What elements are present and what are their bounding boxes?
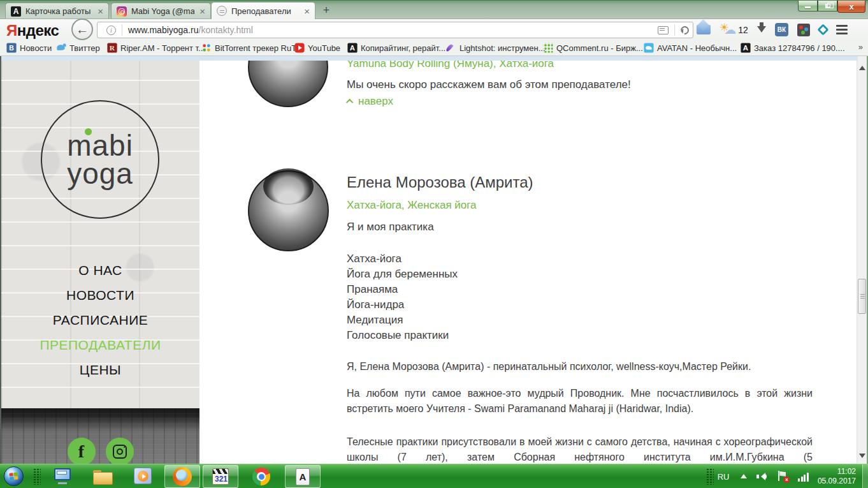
list-item: Йога для беременных [347,267,458,282]
network-signal-icon[interactable] [798,472,809,482]
social-links: f [1,438,199,464]
close-icon[interactable]: × [198,6,206,16]
mail-icon[interactable] [697,25,711,34]
window-controls: x [798,1,865,13]
address-bar[interactable]: i www.mabiyoga.ru/kontakty.html [97,22,693,38]
language-indicator[interactable]: RU [718,472,730,482]
tab-title: Карточка работы #20097636 [25,6,92,16]
bookmark-avatan[interactable]: AVATAN - Необычн... [644,42,737,54]
bookmark-zakaz[interactable]: A Заказ 12784796 / 190.... [741,42,845,54]
teacher-intro: Я и моя практика [347,221,434,233]
teacher-specialties[interactable]: Хатха-йога, Женская йога [347,199,477,212]
bookmark-qcomment[interactable]: QComment.ru - Бирж... [543,42,643,54]
back-button[interactable]: ← [71,18,93,40]
list-item: Хатха-йога [347,251,458,267]
tab-prepodavateli-active[interactable]: Преподаватели × [211,2,315,19]
practices-list: Хатха-йога Йога для беременных Пранаяма … [347,251,458,343]
bookmarks-overflow-chevron[interactable]: » [858,42,863,52]
scroll-down-arrow[interactable] [859,454,865,461]
advego-icon: A [347,43,357,52]
taskbar: 321 A RU x 11:02 05.09.2017 [0,464,868,488]
url-text[interactable]: www.mabiyoga.ru/kontakty.html [128,25,253,35]
tab-advego-work-card[interactable]: A Карточка работы #20097636 × [5,3,109,19]
start-button[interactable] [4,466,24,486]
close-icon[interactable]: × [96,6,105,16]
taskbar-separator [33,468,41,485]
list-item: Пранаяма [347,282,458,297]
facebook-button[interactable]: f [68,438,96,464]
browser-toolbar: Яндекс ← i www.mabiyoga.ru/kontakty.html… [0,18,868,40]
close-icon[interactable]: × [303,6,311,16]
teacher-name: Елена Морозова (Амрита) [347,174,533,191]
restore-button[interactable] [818,1,837,11]
sidebar: mabi yoga О НАС НОВОСТИ РАСПИСАНИЕ ПРЕПО… [1,56,199,464]
bookmark-novosti[interactable]: В Новости [6,42,52,54]
avatan-icon [644,43,653,52]
sidebar-item-o-nas[interactable]: О НАС [1,258,199,283]
advego-icon: A [11,6,21,17]
volume-icon[interactable] [756,471,768,482]
tab-instagram-mabi-yoga[interactable]: Mabi Yoga (@mabi.yoga) • Ф × [111,3,211,19]
sun-icon: ☀ [720,21,729,34]
teacher-note: Мы очень скоро расскажем вам об этом пре… [347,78,631,91]
scrollbar-thumb[interactable] [858,279,866,314]
sidebar-nav: О НАС НОВОСТИ РАСПИСАНИЕ ПРЕПОДАВАТЕЛИ Ц… [1,258,199,382]
bookmark-riper[interactable]: R Riper.AM - Торрент т... [107,42,205,54]
logo-green-dot [85,128,92,135]
sidebar-item-prepodavateli[interactable]: ПРЕПОДАВАТЕЛИ [1,332,199,357]
clock[interactable]: 11:02 05.09.2017 [818,467,856,486]
new-tab-button[interactable]: + [319,4,334,18]
instagram-icon [113,445,127,459]
windows-logo-icon [9,472,18,480]
bookmark-bittorrent[interactable]: BitTorrent трекер RuT... [201,42,303,54]
teal-diamond-icon[interactable] [817,24,828,35]
bookmark-kopirajting[interactable]: A Копирайтинг, рерайт... [347,42,445,54]
tab-title: Преподаватели [231,6,299,16]
reader-mode-icon[interactable] [658,26,669,34]
explorer-folder-icon[interactable] [93,469,112,484]
sidebar-item-ceny[interactable]: ЦЕНЫ [1,357,199,382]
extension-icon[interactable] [797,24,810,36]
youtube-icon [294,43,304,52]
sidebar-item-raspisanie[interactable]: РАСПИСАНИЕ [1,307,199,332]
lightshot-icon [446,43,456,52]
minimize-button[interactable] [798,1,818,11]
sidebar-item-novosti[interactable]: НОВОСТИ [1,283,199,307]
reload-icon[interactable] [679,24,690,36]
scroll-up-arrow[interactable] [859,63,865,70]
list-item: Медитация [347,313,458,328]
page-top-strip [1,56,858,61]
tray-date: 05.09.2017 [818,477,856,486]
back-to-top-link[interactable]: наверх [348,95,393,108]
yandex-logo[interactable]: Яндекс [6,22,59,40]
downloads-icon[interactable] [757,26,766,37]
klite-taskbar-button[interactable]: 321 [203,465,238,488]
qcomment-icon [543,43,553,52]
vk-icon[interactable]: ВК [775,23,788,36]
bookmark-twitter[interactable]: Твиттер [56,42,100,54]
menu-icon[interactable] [836,23,848,36]
riper-icon: R [107,43,117,52]
show-desktop-button[interactable] [862,464,868,488]
scrollbar[interactable] [857,56,867,464]
mabiyoga-favicon [217,6,227,16]
show-hidden-icons-arrow[interactable] [741,471,747,478]
remote-desktop-icon[interactable] [54,468,71,484]
firefox-taskbar-button[interactable] [164,465,200,488]
instagram-button[interactable] [106,438,134,464]
bittorrent-icon [201,43,211,52]
teacher-photo-yamuna [248,56,328,107]
twitter-icon [56,43,66,52]
weather-widget[interactable]: ☀ ☁ 12 [720,22,748,37]
bookmark-youtube[interactable]: YouTube [294,42,340,54]
browser-tab-bar: A Карточка работы #20097636 × Mabi Yoga … [0,0,868,18]
advego-taskbar-button[interactable]: A [285,465,321,488]
action-center-flag-icon[interactable]: x [777,471,788,482]
chrome-icon[interactable] [252,468,270,485]
media-player-icon[interactable] [134,468,152,484]
site-info-icon[interactable]: i [106,26,116,35]
mabi-yoga-logo[interactable]: mabi yoga [41,100,159,219]
close-window-button[interactable]: x [837,1,865,13]
bookmark-lightshot[interactable]: Lightshot: инструмен... [446,42,546,54]
advego-icon: A [741,43,750,52]
